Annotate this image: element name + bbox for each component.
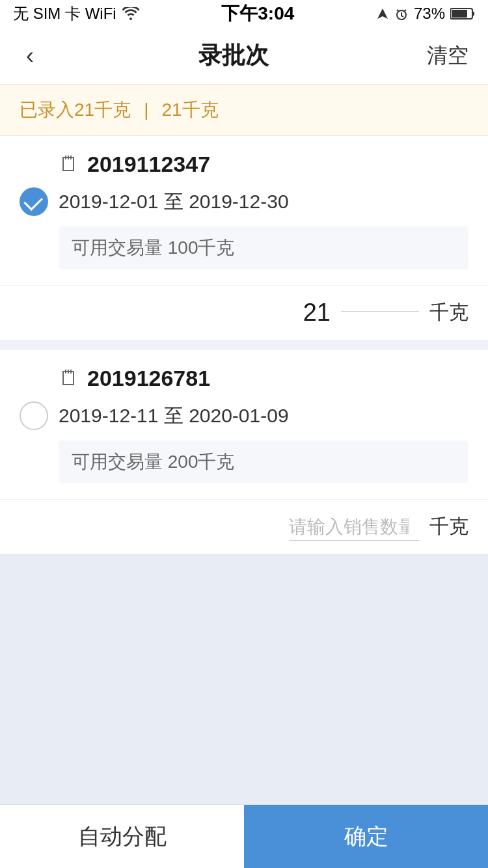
batch-card-2: 🗒 2019126781 2019-12-11 至 2020-01-09 可用交… (0, 350, 488, 554)
batch-checkbox-1[interactable] (20, 187, 48, 216)
batch-date-2: 2019-12-11 至 2020-01-09 (59, 403, 289, 429)
input-underline-1 (341, 311, 419, 312)
svg-rect-3 (452, 10, 467, 18)
input-value-1: 21 (303, 299, 331, 327)
wifi-icon (122, 7, 140, 20)
auto-distribute-button[interactable]: 自动分配 (0, 805, 244, 868)
confirm-button[interactable]: 确定 (244, 805, 488, 868)
input-row-2: 千克 (0, 499, 488, 554)
input-row-1: 21 千克 (0, 285, 488, 340)
alarm-icon (394, 7, 409, 21)
batch-available-qty-2: 可用交易量 200千克 (72, 452, 235, 472)
summary-bar: 已录入21千克 | 21千克 (0, 85, 488, 136)
batch-separator (0, 340, 488, 350)
unit-2: 千克 (429, 513, 468, 540)
batch-doc-icon-1: 🗒 (59, 152, 79, 176)
clear-button[interactable]: 清空 (427, 42, 468, 70)
batch-card-1: 🗒 2019112347 2019-12-01 至 2019-12-30 可用交… (0, 136, 488, 340)
batch-id-2: 2019126781 (87, 366, 210, 391)
back-button[interactable]: ‹ (20, 36, 40, 76)
quantity-input-2[interactable] (289, 513, 419, 541)
unit-1: 千克 (429, 299, 468, 326)
batch-available-qty-1: 可用交易量 100千克 (72, 237, 235, 258)
no-sim-text: 无 SIM 卡 WiFi (13, 3, 116, 24)
battery-icon (450, 7, 475, 20)
nav-bar: ‹ 录批次 清空 (0, 27, 488, 85)
summary-label: 已录入21千克 (20, 98, 131, 122)
svg-rect-2 (472, 12, 474, 16)
batch-checkbox-2[interactable] (20, 401, 48, 430)
battery-text: 73% (414, 5, 445, 23)
batch-id-1: 2019112347 (87, 152, 210, 177)
batch-date-1: 2019-12-01 至 2019-12-30 (59, 189, 289, 215)
location-icon (376, 7, 389, 20)
bottom-buttons: 自动分配 确定 (0, 804, 488, 868)
summary-divider: | (144, 100, 148, 120)
batch-doc-icon-2: 🗒 (59, 366, 79, 390)
status-time: 下午3:04 (221, 1, 294, 26)
page-title: 录批次 (198, 40, 269, 72)
status-bar: 无 SIM 卡 WiFi 下午3:04 73% (0, 0, 488, 27)
summary-value: 21千克 (161, 98, 218, 122)
